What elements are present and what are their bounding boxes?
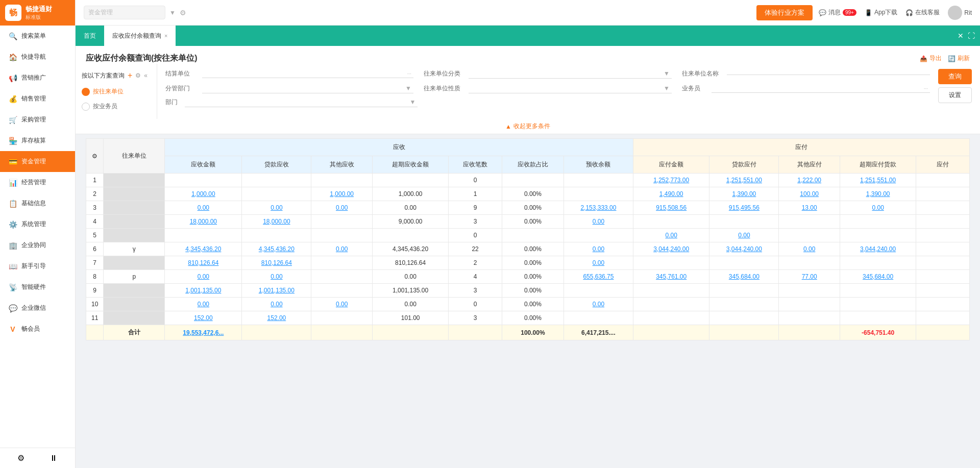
- overdue-pay[interactable]: [840, 311, 916, 325]
- other-pay[interactable]: 13.00: [779, 201, 840, 215]
- receive-amount[interactable]: [165, 174, 242, 187]
- loan-receive[interactable]: 0.00: [242, 298, 311, 311]
- sidebar-item-inventory[interactable]: 🏪 库存核算: [0, 130, 75, 151]
- pay-amount[interactable]: [633, 215, 709, 229]
- loan-pay[interactable]: 1,251,551.00: [709, 174, 779, 187]
- other-receive[interactable]: 1,000.00: [311, 187, 373, 201]
- app-download-btn[interactable]: 📱 App下载: [865, 8, 897, 17]
- partner-nature-select[interactable]: ▼: [469, 84, 672, 93]
- th-settings[interactable]: ⚙: [86, 139, 104, 174]
- receive-amount[interactable]: [165, 229, 242, 242]
- sidebar-item-management[interactable]: 📊 经营管理: [0, 172, 75, 193]
- other-pay[interactable]: [779, 298, 840, 311]
- message-btn[interactable]: 💬 消息 99+: [819, 8, 856, 17]
- prepay[interactable]: [564, 284, 633, 298]
- other-receive[interactable]: 0.00: [311, 242, 373, 256]
- close-window-btn[interactable]: ✕: [958, 32, 964, 40]
- other-pay[interactable]: [779, 284, 840, 298]
- sidebar-item-corp[interactable]: 🏢 企业协同: [0, 235, 75, 256]
- pay-amount[interactable]: 0.00: [633, 229, 709, 242]
- overdue-pay[interactable]: [840, 229, 916, 242]
- department-select[interactable]: ▼: [185, 97, 418, 107]
- loan-pay[interactable]: 345,684.00: [709, 270, 779, 284]
- settlement-input[interactable]: ···: [202, 70, 413, 78]
- loan-pay[interactable]: [709, 311, 779, 325]
- receive-amount[interactable]: 18,000.00: [165, 215, 242, 229]
- partner-name-input[interactable]: [727, 72, 930, 75]
- pay-amount[interactable]: [633, 311, 709, 325]
- overdue-pay[interactable]: 345,684.00: [840, 270, 916, 284]
- sidebar-item-marketing[interactable]: 📢 营销推广: [0, 67, 75, 88]
- settings-icon[interactable]: ⚙: [17, 453, 24, 463]
- other-pay[interactable]: [779, 229, 840, 242]
- overdue-pay[interactable]: 1,251,551.00: [840, 174, 916, 187]
- loan-receive[interactable]: 810,126.64: [242, 256, 311, 270]
- sidebar-item-vip[interactable]: V 畅会员: [0, 318, 75, 339]
- loan-pay[interactable]: [709, 298, 779, 311]
- overdue-pay[interactable]: 3,044,240.00: [840, 242, 916, 256]
- sidebar-item-system[interactable]: ⚙️ 系统管理: [0, 214, 75, 235]
- loan-receive[interactable]: 0.00: [242, 270, 311, 284]
- other-pay[interactable]: [779, 311, 840, 325]
- loan-receive[interactable]: 4,345,436.20: [242, 242, 311, 256]
- scheme-settings-icon[interactable]: ⚙: [135, 72, 141, 79]
- overdue-pay[interactable]: [840, 256, 916, 270]
- prepay[interactable]: 0.00: [564, 242, 633, 256]
- tab-home[interactable]: 首页: [76, 26, 104, 46]
- other-receive[interactable]: 0.00: [311, 201, 373, 215]
- loan-pay[interactable]: 915,495.56: [709, 201, 779, 215]
- other-receive[interactable]: [311, 270, 373, 284]
- solution-btn[interactable]: 体验行业方案: [756, 5, 813, 20]
- sidebar-item-purchase[interactable]: 🛒 采购管理: [0, 109, 75, 130]
- expand-btn[interactable]: ⛶: [968, 32, 975, 40]
- prepay[interactable]: [564, 311, 633, 325]
- other-receive[interactable]: [311, 215, 373, 229]
- other-receive[interactable]: 0.00: [311, 298, 373, 311]
- user-area[interactable]: Rit: [948, 6, 972, 20]
- pay-amount[interactable]: [633, 298, 709, 311]
- service-btn[interactable]: 🎧 在线客服: [905, 8, 940, 17]
- pay-amount[interactable]: 3,044,240.00: [633, 242, 709, 256]
- refresh-btn[interactable]: 🔄 刷新: [948, 54, 970, 63]
- prepay[interactable]: 655,636.75: [564, 270, 633, 284]
- scheme-back-icon[interactable]: «: [144, 72, 148, 79]
- dropdown-icon[interactable]: ▼: [169, 9, 176, 16]
- overdue-pay[interactable]: [840, 298, 916, 311]
- receive-amount[interactable]: 0.00: [165, 201, 242, 215]
- receive-amount[interactable]: 810,126.64: [165, 256, 242, 270]
- other-receive[interactable]: [311, 229, 373, 242]
- sidebar-item-wechat[interactable]: 💬 企业微信: [0, 298, 75, 318]
- loan-receive[interactable]: [242, 187, 311, 201]
- overdue-pay[interactable]: [840, 215, 916, 229]
- prepay[interactable]: 0.00: [564, 298, 633, 311]
- sidebar-item-basic[interactable]: 📋 基础信息: [0, 193, 75, 214]
- query-btn[interactable]: 查询: [938, 69, 972, 84]
- loan-receive[interactable]: 0.00: [242, 201, 311, 215]
- pay-amount[interactable]: [633, 284, 709, 298]
- loan-pay[interactable]: [709, 284, 779, 298]
- prepay[interactable]: 0.00: [564, 215, 633, 229]
- loan-receive[interactable]: 18,000.00: [242, 215, 311, 229]
- loan-receive[interactable]: 152.00: [242, 311, 311, 325]
- scheme-by-partner[interactable]: 按往来单位: [76, 84, 157, 99]
- overdue-pay[interactable]: 0.00: [840, 201, 916, 215]
- overdue-pay[interactable]: 1,390.00: [840, 187, 916, 201]
- export-btn[interactable]: 📤 导出: [920, 54, 942, 63]
- loan-receive[interactable]: [242, 229, 311, 242]
- overdue-pay[interactable]: [840, 284, 916, 298]
- receive-amount[interactable]: 4,345,436.20: [165, 242, 242, 256]
- loan-pay[interactable]: [709, 256, 779, 270]
- sidebar-item-quick[interactable]: 🏠 快捷导航: [0, 46, 75, 67]
- tab-receivable[interactable]: 应收应付余额查询 ×: [104, 26, 176, 46]
- other-pay[interactable]: 77.00: [779, 270, 840, 284]
- pay-amount[interactable]: 1,252,773.00: [633, 174, 709, 187]
- pay-amount[interactable]: 345,761.00: [633, 270, 709, 284]
- loan-pay[interactable]: 1,390.00: [709, 187, 779, 201]
- loan-pay[interactable]: [709, 215, 779, 229]
- receive-amount[interactable]: 152.00: [165, 311, 242, 325]
- collapse-btn[interactable]: ▲ 收起更多条件: [76, 119, 980, 134]
- other-pay[interactable]: 100.00: [779, 187, 840, 201]
- sidebar-item-finance[interactable]: 💳 资金管理: [0, 151, 75, 172]
- other-receive[interactable]: [311, 284, 373, 298]
- sidebar-item-sales[interactable]: 💰 销售管理: [0, 88, 75, 109]
